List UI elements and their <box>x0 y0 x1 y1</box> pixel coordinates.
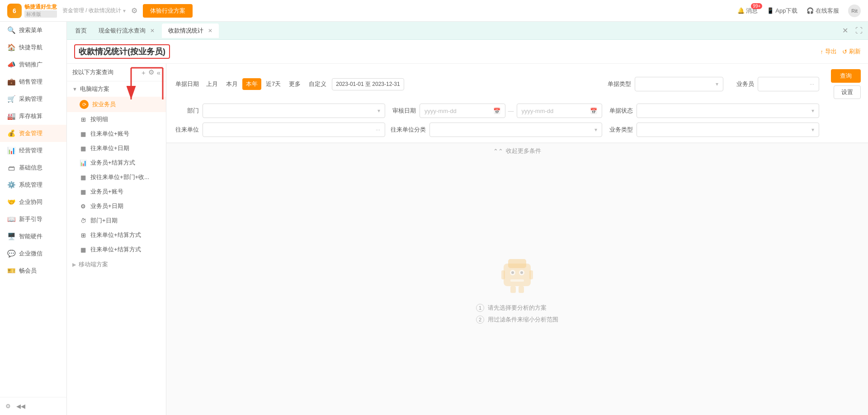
staff-select[interactable]: ··· <box>758 77 819 91</box>
settings-icon[interactable]: ⚙ <box>131 6 137 15</box>
filter-row-3: 往来单位 ··· 往来单位分类 <box>174 123 861 137</box>
sidebar-item-smart-hw[interactable]: 🖥️ 智能硬件 <box>0 228 66 245</box>
biz-type-select[interactable]: ▾ <box>637 123 819 137</box>
page-content: 收款情况统计(按业务员) ↑ 导出 ↺ 刷新 按以下方 <box>67 40 868 415</box>
sidebar-item-corp-wechat[interactable]: 💬 企业微信 <box>0 245 66 262</box>
empty-state: 1 请先选择要分析的方案 2 用过滤条件来缩小分析范围 <box>166 159 868 415</box>
hardware-icon: 🖥️ <box>7 232 15 241</box>
scheme-settings-icon[interactable]: ⚙ <box>148 68 154 76</box>
trial-button[interactable]: 体验行业方案 <box>143 4 193 18</box>
user-avatar[interactable]: Rit <box>848 5 861 17</box>
sidebar-label-new-guide: 新手引导 <box>19 215 42 223</box>
sidebar-item-new-guide[interactable]: 📖 新手引导 <box>0 211 66 228</box>
member-icon: 🎫 <box>7 267 15 275</box>
add-scheme-button[interactable]: + <box>142 69 146 76</box>
sidebar-item-system[interactable]: ⚙️ 系统管理 <box>0 176 66 193</box>
scheme-item-dept-date[interactable]: ⏱ 部门+日期 <box>67 213 166 228</box>
edition-badge: 标准版 <box>24 10 57 18</box>
filter-settings-button[interactable]: 设置 <box>834 85 861 99</box>
scheme-item-partner-date[interactable]: ▦ 往来单位+日期 <box>67 141 166 156</box>
filter-voucher-status-field: 单据状态 ▾ <box>608 104 819 118</box>
tab-collection-stats[interactable]: 收款情况统计 ✕ <box>162 24 219 38</box>
partner-select[interactable]: ··· <box>203 123 385 137</box>
partner-category-label: 往来单位分类 <box>391 126 426 134</box>
sidebar-item-finance[interactable]: 💰 资金管理 <box>0 125 66 142</box>
date-btn-last-month[interactable]: 上月 <box>203 78 222 90</box>
date-btn-custom[interactable]: 自定义 <box>305 78 330 90</box>
ops-icon: 📊 <box>7 146 15 155</box>
refresh-button[interactable]: ↺ 刷新 <box>842 47 861 56</box>
collapse-sidebar-icon[interactable]: ◀◀ <box>16 403 25 410</box>
scheme-item-staff-settlement[interactable]: 📊 业务员+结算方式 <box>67 156 166 170</box>
scheme-item-partner-account[interactable]: ▦ 往来单位+账号 <box>67 127 166 141</box>
sidebar-item-warehouse[interactable]: 🏭 库存核算 <box>0 108 66 125</box>
scheme-item-by-staff[interactable]: ⟳ 按业务员 <box>67 97 166 112</box>
sidebar-item-purchase[interactable]: 🛒 采购管理 <box>0 90 66 108</box>
collapse-icon: ⌃⌃ <box>493 148 503 155</box>
tab-collection-stats-close[interactable]: ✕ <box>208 28 212 34</box>
tab-bank-flow-label: 现金银行流水查询 <box>99 27 146 35</box>
scheme-label-by-detail: 按明细 <box>90 115 108 123</box>
date-btn-this-month[interactable]: 本月 <box>222 78 241 90</box>
sidebar-item-quicknav[interactable]: 🏠 快捷导航 <box>0 39 66 56</box>
system-icon: ⚙️ <box>7 181 15 189</box>
sidebar-item-search[interactable]: 🔍 搜索菜单 <box>0 22 66 39</box>
sidebar-label-marketing: 营销推广 <box>19 61 42 69</box>
date-separator: — <box>508 108 514 114</box>
settings-bottom-icon[interactable]: ⚙ <box>5 403 11 410</box>
sidebar-label-finance: 资金管理 <box>19 129 42 137</box>
sidebar-item-corp-collab[interactable]: 🤝 企业协同 <box>0 193 66 211</box>
collapse-panel-icon[interactable]: « <box>157 69 160 76</box>
scheme-item-partner-dept[interactable]: ▦ 按往来单位+部门+收... <box>67 170 166 184</box>
scheme-item-by-detail[interactable]: ⊞ 按明细 <box>67 112 166 127</box>
scheme-item-staff-date[interactable]: ⚙ 业务员+日期 <box>67 199 166 213</box>
collapse-more-conditions[interactable]: ⌃⌃ 收起更多条件 <box>166 143 868 159</box>
app-download[interactable]: 📱 App下载 <box>767 7 797 15</box>
sidebar-item-ops[interactable]: 📊 经营管理 <box>0 142 66 159</box>
sidebar-item-member[interactable]: 🎫 畅会员 <box>0 262 66 279</box>
close-window-btn[interactable]: ✕ <box>840 24 850 37</box>
scheme-item-partner-settlement1[interactable]: ⊞ 往来单位+结算方式 <box>67 228 166 242</box>
tab-bank-flow-close[interactable]: ✕ <box>150 28 155 34</box>
hint-num-1: 1 <box>476 304 484 312</box>
finance-icon: 💰 <box>7 129 15 137</box>
scheme-item-staff-account[interactable]: ▦ 业务员+账号 <box>67 184 166 199</box>
date-btn-more[interactable]: 更多 <box>285 78 304 90</box>
tab-bar: 首页 现金银行流水查询 ✕ 收款情况统计 ✕ ✕ ⛶ <box>67 22 868 40</box>
sidebar-item-base[interactable]: 🗃 基础信息 <box>0 159 66 176</box>
messages-area[interactable]: 🔔 消息 99+ <box>737 7 758 15</box>
desktop-group-header[interactable]: ▼ 电脑端方案 <box>67 81 166 97</box>
online-service[interactable]: 🎧 在线客服 <box>807 7 839 15</box>
mobile-group-header[interactable]: ▶ 移动端方案 <box>67 257 166 272</box>
voucher-type-select[interactable]: ▾ <box>635 77 723 91</box>
date-range-display[interactable]: 2023-01-01 至 2023-12-31 <box>332 78 404 90</box>
hint-text-2: 用过滤条件来缩小分析范围 <box>488 316 558 324</box>
page-title: 收款情况统计(按业务员) <box>74 44 170 59</box>
sidebar-item-marketing[interactable]: 📣 营销推广 <box>0 56 66 73</box>
hint-text-1: 请先选择要分析的方案 <box>488 304 547 312</box>
review-date-from-input[interactable]: yyyy-mm-dd 📅 <box>420 104 505 118</box>
base-icon: 🗃 <box>7 164 15 172</box>
date-btn-7days[interactable]: 近7天 <box>262 78 284 90</box>
partner-label: 往来单位 <box>174 126 199 134</box>
maximize-window-btn[interactable]: ⛶ <box>854 25 864 37</box>
date-to-value: 2023-12-31 <box>372 81 400 87</box>
scheme-item-partner-settlement2[interactable]: ▦ 往来单位+结算方式 <box>67 242 166 257</box>
review-date-to-input[interactable]: yyyy-mm-dd 📅 <box>517 104 603 118</box>
home-icon: 🏠 <box>7 43 15 52</box>
tab-home[interactable]: 首页 <box>71 24 91 38</box>
grid-icon-2: ⊞ <box>80 231 87 239</box>
tab-bank-flow[interactable]: 现金银行流水查询 ✕ <box>92 24 161 38</box>
left-panel: 按以下方案查询 + ⚙ « ▼ 电脑端方案 <box>67 64 166 415</box>
partner-category-select[interactable]: ▾ <box>429 123 602 137</box>
sidebar-item-sales[interactable]: 💼 销售管理 <box>0 73 66 90</box>
date-btn-this-year[interactable]: 本年 <box>242 78 261 90</box>
clock-icon-2: ⏱ <box>80 217 87 224</box>
export-button[interactable]: ↑ 导出 <box>821 47 837 56</box>
staff-more-icon: ··· <box>810 81 814 87</box>
voucher-status-select[interactable]: ▾ <box>637 104 819 118</box>
query-button[interactable]: 查询 <box>831 69 861 83</box>
purchase-icon: 🛒 <box>7 95 15 103</box>
scheme-label-partner-date: 往来单位+日期 <box>90 144 129 152</box>
dept-select[interactable]: ▾ <box>203 104 385 118</box>
